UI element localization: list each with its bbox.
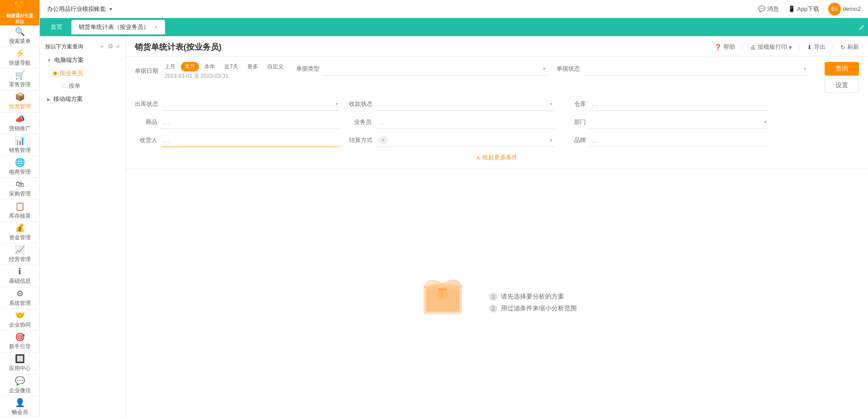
tree-mobile-section[interactable]: ▶ 移动端方案	[40, 92, 125, 106]
sidebar-item-coop[interactable]: 🤝 企业协同	[0, 309, 40, 331]
sidebar-item-wecom[interactable]: 💬 企业微信	[0, 375, 40, 396]
tab-close-icon[interactable]: ×	[155, 24, 158, 30]
warehouse-select[interactable]: …	[590, 97, 769, 111]
app-download-btn[interactable]: 📱 App下载	[788, 5, 819, 13]
sidebar-item-newbie[interactable]: 🎯 新手引导	[0, 331, 40, 352]
doc-type-select[interactable]: ▾	[323, 62, 548, 76]
inventory-icon: 📋	[15, 201, 25, 211]
settlement-clear-btn[interactable]: ×	[382, 137, 385, 143]
tree-desktop-section[interactable]: ▼ 电脑端方案	[40, 53, 125, 67]
doc-status-select[interactable]: ▾	[584, 62, 808, 76]
receive-status-select[interactable]: ▾	[376, 97, 554, 111]
divider1	[742, 43, 743, 51]
help-btn[interactable]: ❓ 帮助	[714, 43, 735, 51]
purchase-icon: 🛍	[16, 180, 24, 189]
sidebar-item-sales[interactable]: 📊 销售管理	[0, 134, 40, 156]
sidebar-quicknav-label: 快捷导航	[9, 59, 31, 67]
tree-child-salesperson[interactable]: 按业务员	[40, 67, 125, 80]
export-label: 导出	[814, 43, 826, 51]
brand-select[interactable]: …	[590, 133, 769, 147]
app-download-label: App下载	[797, 5, 819, 13]
user-menu[interactable]: Ea demo2	[828, 3, 861, 15]
filter-area: 单据日期 上月 本月 本年 近7天 更多 自定义 2023-03-01 至 20…	[126, 57, 868, 169]
receiver-dots: …	[163, 136, 171, 144]
tabbar: 首页 销货单统计表（按业务员） × ⤢	[40, 18, 868, 36]
sidebar-item-member[interactable]: 👤 畅会员	[0, 396, 40, 418]
sidebar-item-search[interactable]: 🔍 搜索菜单	[0, 25, 40, 47]
query-button[interactable]: 查询	[825, 62, 859, 76]
wecom-icon: 💬	[15, 376, 25, 386]
sidebar-item-ecommerce[interactable]: 🌐 电商管理	[0, 156, 40, 178]
empty-line1-text: 请先选择要分析的方案	[501, 293, 564, 301]
product-select[interactable]: …	[161, 115, 340, 129]
sidebar-item-purchase[interactable]: 🛍 采购管理	[0, 178, 40, 200]
sales-icon: 📊	[15, 136, 25, 146]
sidebar-newbie-label: 新手引导	[9, 343, 31, 351]
warehouse-label: 仓库	[563, 100, 586, 108]
date-tab-custom[interactable]: 自定义	[264, 62, 287, 71]
username-label: demo2	[843, 5, 861, 12]
messages-btn[interactable]: 💬 消息	[758, 5, 779, 13]
sidebar-item-inventory[interactable]: 📋 库存核算	[0, 200, 40, 222]
warehouse-dots: …	[591, 100, 599, 108]
sidebar-system-label: 系统管理	[9, 299, 31, 307]
collapse-panel-icon[interactable]: «	[116, 43, 120, 51]
finance-icon: 💰	[15, 223, 25, 233]
date-tab-thisyear[interactable]: 本年	[201, 62, 219, 71]
out-status-select[interactable]: ▾	[162, 97, 340, 111]
receive-status-label: 收款状态	[349, 100, 373, 108]
sidebar-search-label: 搜索菜单	[9, 38, 31, 45]
department-label: 部门	[563, 118, 586, 126]
message-icon: 💬	[758, 5, 765, 12]
tree-mobile-label: 移动端方案	[53, 95, 83, 103]
help-label: 帮助	[723, 43, 735, 51]
sidebar-item-operations[interactable]: 📈 经营管理	[0, 243, 40, 265]
suite-dropdown[interactable]: ▾	[109, 6, 112, 12]
sidebar-item-marketing[interactable]: 📣 营销推广	[0, 113, 40, 134]
sidebar-item-system[interactable]: ⚙ 系统管理	[0, 287, 40, 309]
sidebar-item-wholesale[interactable]: 📦 批发管理	[0, 90, 40, 112]
newbie-icon: 🎯	[15, 332, 25, 342]
tree-arrow-desktop: ▼	[47, 58, 52, 63]
dot-active	[53, 71, 57, 75]
department-select[interactable]: ▾	[590, 115, 769, 129]
box-svg: ?	[417, 271, 471, 316]
sidebar-item-quicknav[interactable]: ⚡ 快捷导航	[0, 47, 40, 69]
tab-home[interactable]: 首页	[43, 20, 70, 34]
sidebar-operations-label: 经营管理	[9, 256, 31, 263]
tabbar-actions: ⤢	[859, 23, 864, 32]
settings-scheme-icon[interactable]: ⚙	[108, 43, 113, 51]
refresh-btn[interactable]: ↻ 刷新	[840, 43, 859, 51]
tab-salesperson-report[interactable]: 销货单统计表（按业务员） ×	[71, 20, 165, 34]
date-tab-lastmonth[interactable]: 上月	[161, 62, 179, 71]
print-btn[interactable]: 🖨 按模板打印 ▾	[750, 43, 792, 51]
collapse-filter-btn[interactable]: ∧ 收起更多条件	[474, 152, 519, 163]
system-icon: ⚙	[16, 289, 24, 299]
settings-button[interactable]: 设置	[825, 78, 859, 93]
date-tab-7days[interactable]: 近7天	[221, 62, 242, 71]
sidebar-item-apps[interactable]: 🔲 应用中心	[0, 352, 40, 374]
date-tab-more[interactable]: 更多	[244, 62, 262, 71]
print-label: 按模板打印	[758, 43, 787, 51]
department-chevron: ▾	[764, 119, 767, 125]
retail-icon: 🛒	[15, 70, 25, 80]
sidebar-item-retail[interactable]: 🛒 零售管理	[0, 69, 40, 90]
logo-icon: 🧡	[14, 0, 26, 12]
sidebar-item-basics[interactable]: ℹ 基础信息	[0, 265, 40, 287]
tree-child-order[interactable]: ⬡ 按单	[40, 80, 125, 92]
date-range-value: 2023-03-01 至 2023-03-31	[165, 72, 287, 80]
receiver-input[interactable]: …	[161, 133, 340, 147]
print-dropdown-icon[interactable]: ▾	[789, 44, 792, 51]
quicknav-icon: ⚡	[15, 48, 25, 58]
add-scheme-icon[interactable]: ＋	[99, 43, 105, 51]
topbar-right: 💬 消息 📱 App下载 Ea demo2	[758, 3, 861, 15]
topbar: 办公用品行业模拟账套 ▾ 💬 消息 📱 App下载 Ea demo2	[40, 0, 868, 18]
salesperson-select[interactable]: …	[375, 115, 554, 129]
tab-maximize-icon[interactable]: ⤢	[859, 23, 864, 32]
sidebar: 🧡 畅捷通好生意 标版 🔍 搜索菜单 ⚡ 快捷导航 🛒 零售管理 📦 批发管理 …	[0, 0, 40, 418]
export-btn[interactable]: ⬇ 导出	[807, 43, 826, 51]
settlement-select[interactable]: × ▾	[376, 133, 554, 147]
date-tab-thismonth[interactable]: 本月	[181, 62, 199, 71]
step1-circle: 1	[489, 293, 497, 301]
sidebar-item-finance[interactable]: 💰 资金管理	[0, 222, 40, 243]
